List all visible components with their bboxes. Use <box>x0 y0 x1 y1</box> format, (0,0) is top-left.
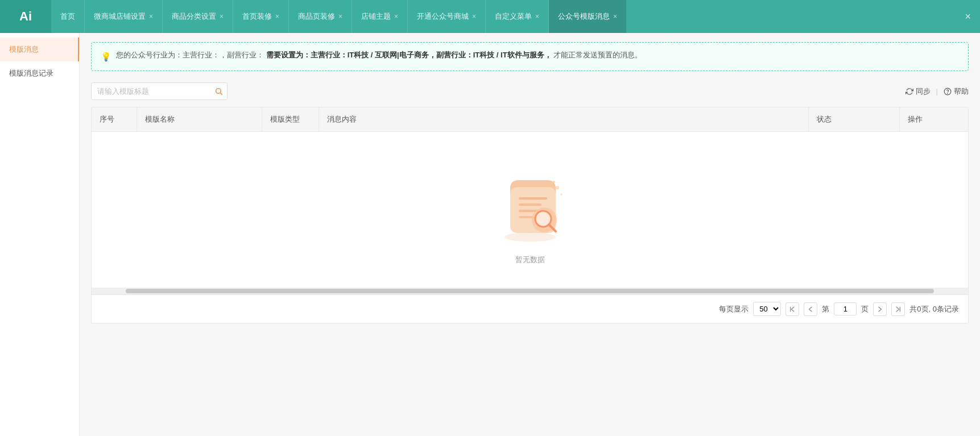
col-seq-header: 序号 <box>92 107 137 131</box>
page-size-select[interactable]: 50 <box>753 302 781 316</box>
nav-tab-微商城店铺设置[interactable]: 微商城店铺设置× <box>85 0 163 33</box>
page-label-post: 页 <box>861 304 869 314</box>
empty-state: 暂无数据 <box>92 132 968 288</box>
table-header: 序号 模版名称 模版类型 消息内容 状态 操作 <box>92 107 968 132</box>
nav-tab-开通公众号商城[interactable]: 开通公众号商城× <box>408 0 486 33</box>
sync-button[interactable]: 同步 <box>905 86 931 97</box>
nav-tab-list: 首页微商城店铺设置×商品分类设置×首页装修×商品页装修×店铺主题×开通公众号商城… <box>51 0 956 33</box>
nav-tab-公众号模版消息[interactable]: 公众号模版消息× <box>549 0 627 33</box>
tab-close-button[interactable]: × <box>613 13 617 20</box>
search-bar: 同步 | 帮助 <box>91 82 969 100</box>
help-button[interactable]: 帮助 <box>944 86 969 97</box>
empty-text: 暂无数据 <box>515 255 545 265</box>
close-all-tabs-button[interactable]: × <box>956 0 980 33</box>
notice-banner: 💡 您的公众号行业为：主营行业：，副营行业： 需要设置为：主营行业：IT科技 /… <box>91 42 969 71</box>
col-type-header: 模版类型 <box>262 107 319 131</box>
page-number-input[interactable] <box>834 302 857 315</box>
search-button[interactable] <box>214 87 223 95</box>
nav-tab-商品分类设置[interactable]: 商品分类设置× <box>163 0 233 33</box>
svg-rect-5 <box>519 197 547 200</box>
content-area: 💡 您的公众号行业为：主营行业：，副营行业： 需要设置为：主营行业：IT科技 /… <box>80 33 980 436</box>
page-label-pre: 第 <box>822 304 829 314</box>
pagination: 每页显示 50 第 页 共0页, 0条记录 <box>92 294 968 323</box>
svg-point-13 <box>556 186 559 189</box>
next-page-button[interactable] <box>873 302 887 316</box>
svg-line-1 <box>221 93 222 95</box>
page-size-label: 每页显示 <box>719 304 749 314</box>
nav-tab-首页[interactable]: 首页 <box>51 0 85 33</box>
col-action-header: 操作 <box>900 107 968 131</box>
help-icon <box>944 88 952 95</box>
svg-point-15 <box>553 181 555 183</box>
search-input[interactable] <box>91 82 228 100</box>
last-page-button[interactable] <box>891 302 905 316</box>
sync-icon <box>905 88 913 95</box>
svg-rect-6 <box>519 204 541 206</box>
data-table: 序号 模版名称 模版类型 消息内容 状态 操作 <box>91 107 969 323</box>
tab-close-button[interactable]: × <box>338 13 342 20</box>
divider: | <box>936 87 938 95</box>
nav-tab-店铺主题[interactable]: 店铺主题× <box>352 0 408 33</box>
scrollbar-thumb[interactable] <box>126 289 934 293</box>
toolbar-right: 同步 | 帮助 <box>905 86 969 97</box>
tab-close-button[interactable]: × <box>535 13 539 20</box>
sidebar: 模版消息模版消息记录 <box>0 33 80 436</box>
empty-illustration <box>490 166 570 246</box>
tab-close-button[interactable]: × <box>472 13 476 20</box>
tab-close-button[interactable]: × <box>220 13 224 20</box>
svg-point-14 <box>560 193 563 196</box>
notice-icon: 💡 <box>101 50 111 64</box>
nav-tab-自定义菜单[interactable]: 自定义菜单× <box>486 0 549 33</box>
tab-close-button[interactable]: × <box>275 13 279 20</box>
tab-close-button[interactable]: × <box>149 13 153 20</box>
svg-point-4 <box>505 232 556 242</box>
nav-tab-首页装修[interactable]: 首页装修× <box>233 0 289 33</box>
col-name-header: 模版名称 <box>137 107 262 131</box>
svg-point-0 <box>216 89 221 94</box>
sidebar-item-模版消息[interactable]: 模版消息 <box>0 38 79 61</box>
top-navigation: Ai 首页微商城店铺设置×商品分类设置×首页装修×商品页装修×店铺主题×开通公众… <box>0 0 980 33</box>
tab-close-button[interactable]: × <box>394 13 398 20</box>
nav-tab-商品页装修[interactable]: 商品页装修× <box>289 0 352 33</box>
col-content-header: 消息内容 <box>319 107 809 131</box>
notice-text: 您的公众号行业为：主营行业：，副营行业： 需要设置为：主营行业：IT科技 / 互… <box>116 49 642 61</box>
main-layout: 模版消息模版消息记录 💡 您的公众号行业为：主营行业：，副营行业： 需要设置为：… <box>0 33 980 436</box>
page-total: 共0页, 0条记录 <box>909 304 959 314</box>
col-status-header: 状态 <box>809 107 900 131</box>
first-page-button[interactable] <box>785 302 799 316</box>
prev-page-button[interactable] <box>804 302 817 316</box>
sidebar-item-模版消息记录[interactable]: 模版消息记录 <box>0 61 79 85</box>
sync-label: 同步 <box>916 86 931 97</box>
help-label: 帮助 <box>954 86 969 97</box>
search-input-wrap <box>91 82 228 100</box>
horizontal-scrollbar[interactable] <box>92 288 968 294</box>
app-logo: Ai <box>0 0 51 33</box>
